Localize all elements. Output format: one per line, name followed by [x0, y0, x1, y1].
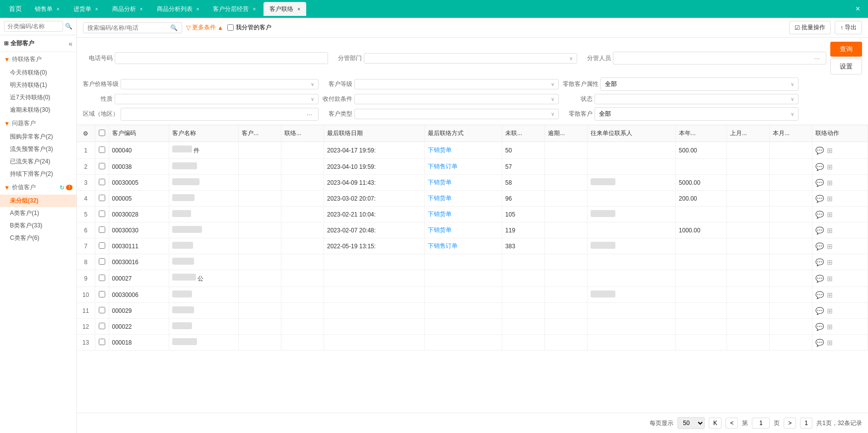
sidebar-item-tomorrow-pending[interactable]: 明天待联络(1)	[0, 79, 76, 91]
sidebar-section-value[interactable]: ▼ 价值客户 ↻ !	[0, 180, 76, 195]
cell-check[interactable]	[95, 335, 109, 351]
last-method-link[interactable]: 下销货单	[428, 146, 452, 153]
contact-icon[interactable]: 💬	[815, 211, 824, 218]
nav-home[interactable]: 首页	[4, 4, 27, 13]
customer-type-select[interactable]: ∨	[354, 109, 558, 119]
sidebar-item-b-class[interactable]: B类客户(33)	[0, 219, 76, 232]
export-button[interactable]: ↑ 导出	[835, 21, 862, 34]
contact-icon[interactable]: 💬	[815, 179, 824, 187]
contact-icon[interactable]: 💬	[815, 323, 824, 331]
cell-check[interactable]	[95, 303, 109, 319]
sidebar-item-a-class[interactable]: A类客户(1)	[0, 207, 76, 219]
sidebar-section-problem[interactable]: ▼ 问题客户	[0, 116, 76, 131]
cell-check[interactable]	[95, 287, 109, 303]
payment-select[interactable]: ∨	[354, 94, 558, 104]
last-method-link[interactable]: 下销货单	[428, 179, 452, 186]
region-dots[interactable]: ···	[305, 110, 315, 118]
window-close-button[interactable]: ×	[852, 4, 864, 13]
sidebar-item-overdue-pending[interactable]: 逾期未联络(30)	[0, 104, 76, 116]
cell-check[interactable]	[95, 191, 109, 207]
more-icon[interactable]: ⊞	[827, 211, 833, 218]
contact-icon[interactable]: 💬	[815, 195, 824, 203]
last-page-button[interactable]: 1	[800, 418, 812, 429]
price-level-select[interactable]: ∨	[121, 79, 319, 89]
filter-search-input[interactable]	[87, 24, 168, 31]
more-icon[interactable]: ⊞	[827, 179, 833, 187]
tab-product-analysis-list[interactable]: 商品分析列表 ×	[151, 2, 205, 16]
contact-icon[interactable]: 💬	[815, 163, 824, 171]
contact-icon[interactable]: 💬	[815, 291, 824, 299]
batch-operation-button[interactable]: ☑ 批量操作	[789, 21, 831, 34]
page-size-select[interactable]: 50 20 100	[677, 417, 705, 429]
more-icon[interactable]: ⊞	[827, 242, 833, 250]
customer-level-select[interactable]: ∨	[354, 79, 558, 89]
more-icon[interactable]: ⊞	[827, 339, 833, 347]
cell-check[interactable]	[95, 207, 109, 222]
sidebar-item-churn-warning[interactable]: 流失预警客户(3)	[0, 143, 76, 155]
page-number-input[interactable]	[752, 418, 770, 429]
more-icon[interactable]: ⊞	[827, 226, 833, 234]
settings-col[interactable]: ⚙	[77, 125, 95, 142]
more-icon[interactable]: ⊞	[827, 258, 833, 266]
my-customers-check[interactable]	[227, 24, 234, 31]
tab-purchase[interactable]: 进货单 ×	[67, 2, 104, 16]
manager-select[interactable]: ···	[613, 52, 826, 65]
more-icon[interactable]: ⊞	[827, 163, 833, 171]
sidebar-section-pending[interactable]: ▼ 待联络客户	[0, 52, 76, 67]
tab-customer-layered[interactable]: 客户分层经营 ×	[207, 2, 262, 16]
more-icon[interactable]: ⊞	[827, 275, 833, 283]
nature-select[interactable]: ∨	[115, 94, 319, 104]
sidebar-item-c-class[interactable]: C类客户(6)	[0, 232, 76, 244]
sidebar-item-today-pending[interactable]: 今天待联络(0)	[0, 67, 76, 79]
more-icon[interactable]: ⊞	[827, 307, 833, 315]
tab-customer-contact[interactable]: 客户联络 ×	[264, 2, 306, 16]
refresh-icon[interactable]: ↻	[60, 184, 65, 191]
last-method-link[interactable]: 下销货单	[428, 226, 452, 233]
cell-check[interactable]	[95, 254, 109, 270]
tab-close-product-analysis[interactable]: ×	[140, 6, 143, 12]
last-method-link[interactable]: 下销售订单	[428, 163, 458, 170]
contact-icon[interactable]: 💬	[815, 339, 824, 347]
tab-close-purchase[interactable]: ×	[95, 6, 98, 12]
tab-close-product-analysis-list[interactable]: ×	[197, 6, 200, 12]
reset-button[interactable]: 设置	[830, 59, 862, 74]
tab-close-sales[interactable]: ×	[57, 6, 60, 12]
next-page-button[interactable]: >	[784, 418, 796, 429]
sidebar-collapse-icon[interactable]: «	[68, 40, 72, 48]
filter-search-icon[interactable]: 🔍	[170, 24, 178, 31]
contact-icon[interactable]: 💬	[815, 307, 824, 315]
my-customers-checkbox[interactable]: 我分管的客户	[227, 23, 271, 32]
contact-icon[interactable]: 💬	[815, 146, 824, 154]
sidebar-search-icon[interactable]: 🔍	[65, 23, 72, 30]
last-method-link[interactable]: 下销货单	[428, 195, 452, 202]
cell-check[interactable]	[95, 142, 109, 159]
sidebar-item-declining[interactable]: 持续下滑客户(2)	[0, 168, 76, 180]
last-method-link[interactable]: 下销货单	[428, 211, 452, 217]
tab-close-customer-layered[interactable]: ×	[253, 6, 256, 12]
region-select[interactable]: ···	[121, 108, 319, 121]
last-method-link[interactable]: 下销售订单	[428, 242, 458, 249]
cell-check[interactable]	[95, 238, 109, 254]
more-icon[interactable]: ⊞	[827, 291, 833, 299]
first-page-button[interactable]: K	[709, 418, 722, 429]
tab-sales[interactable]: 销售单 ×	[29, 2, 66, 16]
phone-input[interactable]	[115, 52, 328, 64]
tab-close-customer-contact[interactable]: ×	[297, 6, 300, 12]
cell-check[interactable]	[95, 175, 109, 191]
sidebar-item-ungraded[interactable]: 未分组(32)	[0, 195, 76, 207]
cell-check[interactable]	[95, 222, 109, 238]
sidebar-item-churned[interactable]: 已流失客户(24)	[0, 155, 76, 168]
check-all-col[interactable]	[95, 125, 109, 142]
query-button[interactable]: 查询	[830, 42, 862, 57]
manager-dots[interactable]: ···	[812, 54, 822, 62]
tab-product-analysis[interactable]: 商品分析 ×	[106, 2, 149, 16]
prev-page-button[interactable]: <	[726, 418, 738, 429]
contact-icon[interactable]: 💬	[815, 242, 824, 250]
cell-check[interactable]	[95, 319, 109, 335]
more-icon[interactable]: ⊞	[827, 323, 833, 331]
sidebar-item-abnormal[interactable]: 囤购异常客户(2)	[0, 131, 76, 143]
check-all-checkbox[interactable]	[99, 130, 105, 136]
sidebar-item-7day-pending[interactable]: 近7天待联络(0)	[0, 91, 76, 104]
contact-icon[interactable]: 💬	[815, 275, 824, 283]
retail-attr-select[interactable]: 全部 ∨	[601, 77, 799, 91]
